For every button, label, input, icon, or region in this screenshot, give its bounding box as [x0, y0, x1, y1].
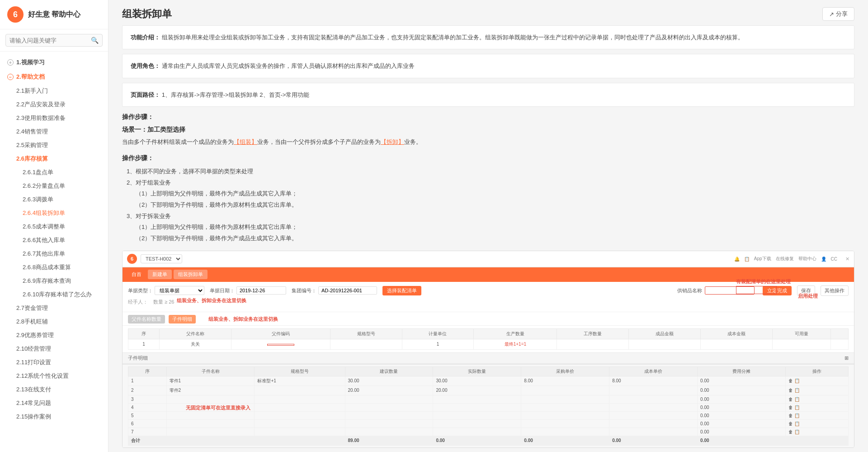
- step2-sub2: （2）下部明细为子件明细，最终作为原材料生成其它出库单。: [136, 200, 854, 211]
- lth-spec: 规格型号: [255, 366, 345, 376]
- form-num-text: 数量 ≥ 26: [153, 299, 174, 305]
- sidebar-item-online-pay[interactable]: 2.13在线支付: [0, 383, 108, 396]
- content-header: 组装拆卸单 ↗ 分享: [108, 0, 868, 25]
- sidebar-item-cost[interactable]: 2.6.5成本调整单: [0, 220, 108, 233]
- search-icon[interactable]: 🔍: [91, 37, 99, 44]
- sidebar-item-assembly[interactable]: 2.6.4组装拆卸单: [0, 206, 108, 220]
- sidebar-item-coupon[interactable]: 2.9优惠券管理: [0, 328, 108, 342]
- field-num-input[interactable]: [318, 286, 377, 295]
- step3-sub1: （1）上部明细为父件明细，最终作为原材料生成其它出库单；: [136, 222, 854, 233]
- search-input[interactable]: [9, 37, 91, 44]
- th-parent-name: 父件名称: [159, 328, 231, 339]
- table-row: 1 零件1 标准型+1 30.00 30.00 8.00 8.00 0.00 🗑…: [128, 376, 849, 385]
- app-logo-small: 6: [127, 254, 137, 264]
- sidebar-item-other-in[interactable]: 2.6.6其他入库单: [0, 233, 108, 247]
- sidebar-item-customize[interactable]: 2.12系统个性化设置: [0, 369, 108, 383]
- footer-alloc: 0.00: [698, 436, 786, 445]
- cell-qty: 最终1+1=1: [474, 339, 557, 349]
- sidebar-item-purchase[interactable]: 2.5采购管理: [0, 138, 108, 152]
- nav-assembly[interactable]: 组装拆卸单: [174, 270, 208, 279]
- sidebar-item-video[interactable]: + 1.视频学习: [0, 55, 108, 70]
- table-row: 40.00🗑 📋: [128, 403, 849, 411]
- sidebar-item-install[interactable]: 2.2产品安装及登录: [0, 98, 108, 111]
- ltd-pur: [521, 385, 609, 395]
- field-type-select[interactable]: 组装单据 拆卸单据: [155, 286, 204, 295]
- table-row: 1 关关 1 最终1+1=1: [128, 339, 849, 349]
- sidebar: 6 好生意 帮助中心 🔍 + 1.视频学习 − 2.帮助文档 2.1新手入门 2…: [0, 0, 108, 452]
- sidebar-item-cost-recalc[interactable]: 2.6.8商品成本重算: [0, 261, 108, 274]
- role-label: 使用角色：: [131, 62, 160, 69]
- field-num-label: 集团编号：: [292, 287, 316, 294]
- sidebar-item-sales[interactable]: 2.4销售管理: [0, 125, 108, 138]
- ltd-spec: 标准型+1: [255, 376, 345, 385]
- th-ops: [830, 328, 848, 339]
- nav-home[interactable]: 自首: [127, 270, 146, 279]
- app-form-area: 单据类型： 组装单据 拆卸单据 单据日期： 集团编号：: [123, 282, 854, 312]
- btn-other[interactable]: 其他操作: [821, 285, 849, 296]
- expand-lower-icon[interactable]: ⊞: [844, 355, 849, 361]
- app-company-select[interactable]: TEST-H002: [141, 254, 182, 263]
- bell-icon: 🔔: [734, 257, 740, 262]
- lth-name: 子件名称: [166, 366, 255, 376]
- func-intro-label: 功能介绍：: [131, 34, 160, 41]
- content-body: 功能介绍： 组装拆卸单用来处理企业组装或拆卸等加工业务，支持有固定装配清单的产品…: [108, 25, 868, 452]
- cell-finish-amt: [629, 339, 701, 349]
- btn-finish[interactable]: 立定完成: [763, 286, 792, 295]
- main-content: 组装拆卸单 ↗ 分享 功能介绍： 组装拆卸单用来处理企业组装或拆卸等加工业务，支…: [108, 0, 868, 452]
- nav-new[interactable]: 新建单: [148, 270, 172, 279]
- app-nav-bar: 自首 新建单 组装拆卸单: [123, 267, 854, 282]
- screenshot-image: 6 TEST-H002 🔔 📋 App下载 在线修复 帮助中心 👤 CC: [123, 251, 854, 447]
- app-topbar-icons: 🔔 📋 App下载 在线修复 帮助中心 👤 CC: [734, 256, 837, 262]
- sidebar-item-print[interactable]: 2.11打印设置: [0, 356, 108, 369]
- step3-sub2: （2）下部明细为子件明细，最终作为产成品生成其它入库单。: [136, 233, 854, 244]
- right-field-label: 供销品名称: [677, 287, 702, 294]
- assembly-link[interactable]: 【组装】: [234, 138, 257, 145]
- sidebar-item-label: 1.视频学习: [16, 58, 45, 67]
- th-unit: 计量单位: [402, 328, 474, 339]
- sidebar-item-inventory[interactable]: 2.6库存核算: [0, 152, 108, 166]
- th-spec: 规格型号: [330, 328, 402, 339]
- btn-save[interactable]: 保存: [797, 285, 815, 296]
- close-icon[interactable]: ✕: [845, 256, 849, 262]
- sidebar-item-finance[interactable]: 2.7资金管理: [0, 301, 108, 315]
- field-date-input[interactable]: [236, 286, 286, 295]
- field-type: 单据类型： 组装单据 拆卸单据: [128, 286, 204, 295]
- share-button[interactable]: ↗ 分享: [822, 7, 854, 21]
- right-field-input[interactable]: [705, 286, 755, 295]
- sidebar-item-cases[interactable]: 2.15操作案例: [0, 410, 108, 423]
- field-date-label: 单据日期：: [210, 287, 235, 294]
- cell-unit: 1: [402, 339, 474, 349]
- btn-parent-detail[interactable]: 父件名称数量: [128, 315, 165, 324]
- sidebar-item-newbie[interactable]: 2.1新手入门: [0, 84, 108, 98]
- ltd-alloc: 0.00: [698, 385, 786, 395]
- table-row: 2 零件2 20.00 20.00 0.00 🗑 📋: [128, 385, 849, 395]
- sidebar-item-data[interactable]: 2.3使用前数据准备: [0, 111, 108, 125]
- sidebar-item-stock-error[interactable]: 2.6.10库存账本错了怎么办: [0, 288, 108, 301]
- sidebar-item-adjust[interactable]: 2.6.3调拨单: [0, 193, 108, 206]
- field-num: 集团编号：: [292, 286, 377, 295]
- cell-parent-code: [231, 339, 330, 349]
- sidebar-item-mobile[interactable]: 2.8手机旺辅: [0, 315, 108, 328]
- sidebar-item-label: 2.帮助文档: [16, 73, 45, 81]
- role-text: 通常由生产人员或库管人员完成拆装业务的操作，库管人员确认原材料的出库和产成品的入…: [162, 62, 415, 69]
- search-box[interactable]: 🔍: [5, 34, 103, 47]
- step3: 3、对于拆装业务: [127, 211, 854, 222]
- disassembly-link[interactable]: 【拆卸】: [381, 138, 404, 145]
- sidebar-item-docs[interactable]: − 2.帮助文档: [0, 70, 108, 84]
- ops-steps-sub-title: 操作步骤：: [122, 154, 854, 162]
- sidebar-item-splitstock[interactable]: 2.6.2分量盘点单: [0, 179, 108, 193]
- ltd-seq: 1: [128, 376, 167, 385]
- sidebar-item-ops[interactable]: 2.10经营管理: [0, 342, 108, 356]
- sidebar-item-other-out[interactable]: 2.6.7其他出库单: [0, 247, 108, 261]
- btn-select-bom[interactable]: 选择装配清单: [382, 286, 421, 295]
- step1: 1、根据不同的业务，选择不同单据的类型来处理: [127, 166, 854, 177]
- sidebar-item-stocktake[interactable]: 2.6.1盘点单: [0, 166, 108, 179]
- online-repair: 在线修复: [776, 256, 794, 262]
- sidebar-item-faq[interactable]: 2.14常见问题: [0, 396, 108, 410]
- cell-code-input[interactable]: [267, 344, 294, 346]
- btn-child-detail[interactable]: 子件明细: [169, 315, 196, 324]
- lower-section-label: 子件明细: [128, 355, 148, 362]
- func-intro-text: 组装拆卸单用来处理企业组装或拆卸等加工业务，支持有固定装配清单的产品加工业务，也…: [162, 34, 744, 41]
- footer-row: 合计 89.00 0.00 0.00 0.00 0.00: [128, 436, 849, 445]
- sidebar-item-stock-check[interactable]: 2.6.9库存账本查询: [0, 274, 108, 288]
